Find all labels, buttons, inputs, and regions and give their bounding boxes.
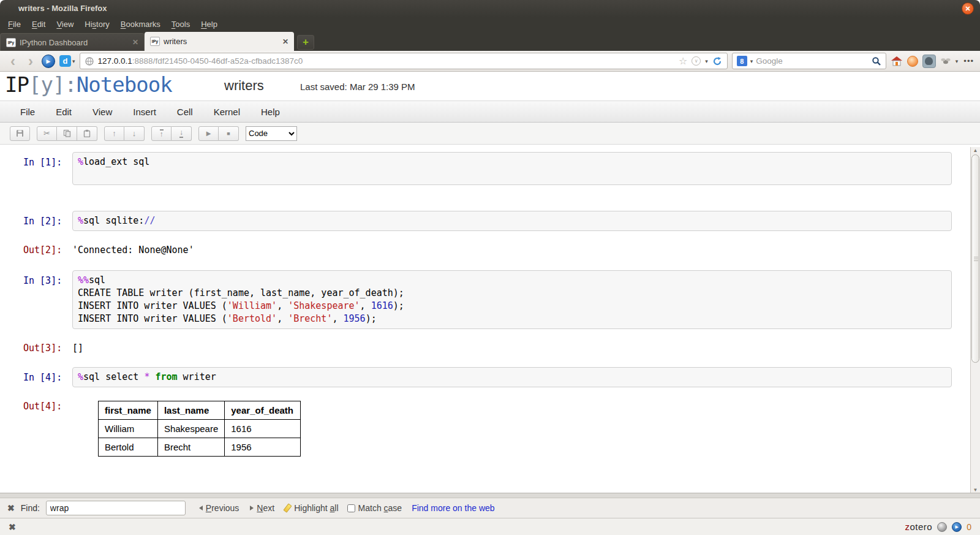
menu-item-bookmarks[interactable]: Bookmarks: [115, 17, 166, 32]
addon-bar: ✖ zotero ▶ 0: [0, 518, 980, 535]
close-icon[interactable]: ✕: [132, 38, 138, 47]
insert-below-icon: ↓: [179, 129, 183, 138]
code-token: sql select: [83, 371, 144, 382]
save-button[interactable]: [10, 126, 30, 141]
fly-addon-icon[interactable]: [940, 57, 951, 66]
output-prompt: Out[2]:: [0, 240, 72, 256]
tab-label: writers: [164, 37, 279, 46]
firefox-menubar: FileEditViewHistoryBookmarksToolsHelp: [0, 17, 980, 32]
home-icon[interactable]: [891, 56, 903, 66]
code-token: ,: [360, 300, 371, 311]
play-orb-icon[interactable]: ▶: [42, 55, 55, 68]
zotero-sphere-icon[interactable]: [937, 522, 947, 532]
match-case-toggle[interactable]: Match case: [347, 503, 402, 513]
find-previous-button[interactable]: Previous: [197, 503, 241, 513]
tab-writers[interactable]: IPy writers ✕: [145, 32, 294, 51]
input-prompt: In [4]:: [0, 367, 72, 387]
code-input-area[interactable]: %load_ext sql: [72, 152, 952, 185]
notebook-menu-edit[interactable]: Edit: [45, 107, 82, 117]
table-cell: Shakespeare: [157, 420, 224, 438]
insert-cell-below-button[interactable]: ↓: [172, 126, 192, 141]
menu-item-history[interactable]: History: [79, 17, 115, 32]
evernote-icon[interactable]: [922, 55, 936, 68]
chevron-down-icon: ▾: [72, 58, 75, 64]
table-cell: 1616: [225, 420, 301, 438]
menu-item-tools[interactable]: Tools: [166, 17, 195, 32]
cut-cell-button[interactable]: ✂: [37, 126, 57, 141]
notebook-title[interactable]: writers: [224, 78, 264, 94]
bookmark-star-icon[interactable]: ☆: [679, 55, 687, 67]
close-icon[interactable]: ✖: [9, 522, 16, 532]
chevron-down-icon[interactable]: ▾: [705, 58, 708, 64]
vertical-scrollbar[interactable]: ▲ ▼: [970, 147, 980, 494]
cell-type-select[interactable]: Code: [246, 126, 297, 141]
browser-content: IP[y]:Notebook writers Last saved: Mar 2…: [0, 72, 980, 493]
zotero-label[interactable]: zotero: [905, 522, 933, 532]
code-cell: In [3]:%%sqlCREATE TABLE writer (first_n…: [0, 270, 952, 329]
code-token: ,: [277, 313, 288, 324]
downloadhelper-button[interactable]: d ▾: [59, 55, 75, 67]
scroll-up-icon[interactable]: ▲: [971, 147, 980, 154]
new-tab-button[interactable]: +: [297, 35, 314, 50]
move-cell-down-button[interactable]: ↓: [124, 126, 145, 141]
search-bar[interactable]: 8 ▾ Google: [732, 53, 886, 69]
notebook-menu-cell[interactable]: Cell: [167, 107, 203, 117]
toolbar-dropdown-icon[interactable]: ▾: [956, 58, 959, 64]
tab-label: IPython Dashboard: [20, 38, 129, 47]
notebook-menu-help[interactable]: Help: [251, 107, 290, 117]
reload-icon[interactable]: [712, 56, 722, 66]
menu-item-file[interactable]: File: [2, 17, 26, 32]
previous-label: Previous: [206, 503, 239, 513]
back-icon[interactable]: ‹: [6, 54, 20, 69]
paste-cell-button[interactable]: [77, 126, 97, 141]
notebook-menubar: FileEditViewInsertCellKernelHelp: [0, 101, 980, 123]
pocket-icon[interactable]: ∨: [692, 56, 701, 66]
notebook-menu-kernel[interactable]: Kernel: [203, 107, 251, 117]
scrollbar-thumb[interactable]: [971, 154, 979, 363]
logo-y: [y]:: [29, 72, 77, 97]
interrupt-kernel-button[interactable]: ■: [219, 126, 239, 141]
notebook-menu-view[interactable]: View: [82, 107, 123, 117]
notebook-menu-file[interactable]: File: [10, 107, 45, 117]
run-cell-button[interactable]: ▶: [198, 126, 219, 141]
copy-cell-button[interactable]: [57, 126, 77, 141]
code-input-area[interactable]: %sql sqlite://: [72, 211, 952, 231]
match-case-checkbox[interactable]: [347, 504, 355, 512]
smiley-addon-icon[interactable]: [907, 56, 918, 67]
notebook-menu-insert[interactable]: Insert: [123, 107, 167, 117]
insert-cell-above-button[interactable]: ↑: [151, 126, 172, 141]
close-icon[interactable]: ✕: [282, 37, 288, 46]
output-area: Out[3]:[]: [0, 338, 952, 354]
menu-dots-icon[interactable]: •••: [963, 56, 974, 66]
find-label: Find:: [21, 503, 40, 513]
zotero-play-icon[interactable]: ▶: [952, 522, 962, 532]
code-token: load_ext sql: [83, 156, 149, 167]
code-input-area[interactable]: %%sqlCREATE TABLE writer (first_name, la…: [72, 270, 952, 329]
menu-item-help[interactable]: Help: [195, 17, 223, 32]
window-close-icon[interactable]: ✕: [962, 2, 974, 15]
menu-item-view[interactable]: View: [51, 17, 79, 32]
ipython-notebook-logo[interactable]: IP[y]:Notebook: [5, 72, 172, 97]
url-bar[interactable]: 127.0.0.1 :8888/fdf21450-0450-46df-a52a-…: [80, 53, 728, 69]
find-input[interactable]: [46, 501, 186, 515]
move-cell-up-button[interactable]: ↑: [104, 126, 124, 141]
forward-icon[interactable]: ›: [24, 54, 37, 69]
code-token: sql: [89, 275, 105, 286]
last-saved-text: Last saved: Mar 29 1:39 PM: [300, 82, 415, 92]
search-engine-dropdown-icon[interactable]: ▾: [750, 58, 753, 64]
tab-ipython-dashboard[interactable]: IPy IPython Dashboard ✕: [0, 33, 145, 51]
menu-item-edit[interactable]: Edit: [26, 17, 51, 32]
find-next-button[interactable]: Next: [247, 503, 277, 513]
highlight-all-button[interactable]: Highlight all: [283, 503, 341, 513]
find-more-link[interactable]: Find more on the web: [412, 503, 494, 513]
ipython-favicon: IPy: [6, 38, 16, 47]
tab-bar: IPy IPython Dashboard ✕ IPy writers ✕ +: [0, 32, 980, 51]
search-icon[interactable]: [872, 56, 881, 66]
code-input-area[interactable]: %sql select * from writer: [72, 367, 952, 387]
close-icon[interactable]: ✖: [7, 503, 15, 513]
code-token: writer: [178, 371, 216, 382]
move-group: ↑ ↓: [104, 126, 145, 141]
highlight-all-label: Highlight all: [294, 503, 338, 513]
find-toolbar: ✖ Find: Previous Next Highlight all Matc…: [0, 498, 980, 518]
output-text: 'Connected: None@None': [72, 240, 194, 256]
